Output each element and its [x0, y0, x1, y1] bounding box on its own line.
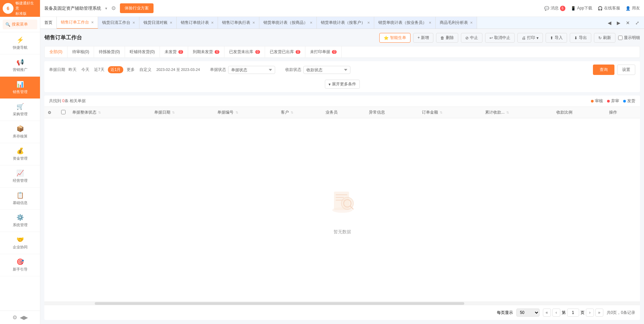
approve-action-button[interactable]: 审核	[591, 98, 603, 104]
message-button[interactable]: 💬 消息 6	[544, 5, 565, 11]
sidebar-item-guide[interactable]: 🎯 新手引导	[0, 254, 40, 276]
scrollbar-area	[44, 301, 640, 305]
shipped-out-badge: 0	[296, 50, 300, 54]
tab-daily-clear-label: 钱货日清工作台	[102, 20, 130, 26]
horizontal-scrollbar[interactable]	[95, 302, 464, 305]
print-button[interactable]: 🖨 打印 ▾	[517, 33, 543, 43]
tab-staff-stats-label: 销货单统计表（按业务员）	[378, 20, 427, 26]
sort-customer-icon[interactable]: ⇅	[291, 111, 293, 114]
sort-cumulative-icon[interactable]: ⇅	[506, 111, 509, 114]
tab-sales-close[interactable]: ✕	[91, 21, 94, 24]
sub-tab-shop-pending[interactable]: 旺铺待发货(0)	[125, 46, 160, 57]
tab-customer-stats-close[interactable]: ✕	[367, 21, 370, 25]
sub-tab-pending-inspect[interactable]: 待拣验货(0)	[94, 46, 125, 57]
sidebar-item-basics[interactable]: 📋 基础信息	[0, 188, 40, 210]
tab-product-stats-close[interactable]: ✕	[310, 21, 312, 25]
tab-sales-stats[interactable]: 销售订单统计表 ✕	[177, 17, 218, 29]
cancel-stop-button[interactable]: ↩ 取消中止	[485, 33, 515, 43]
settings-footer-button[interactable]: ⚙	[12, 314, 17, 321]
page-last-button[interactable]: »	[595, 309, 603, 317]
tab-margin-close[interactable]: ✕	[470, 21, 473, 25]
sidebar-item-collaboration[interactable]: 🤝 企业协同	[0, 232, 40, 254]
tab-order-exec-close[interactable]: ✕	[252, 21, 255, 25]
sort-status-icon[interactable]: ⇅	[98, 111, 101, 114]
ship-action-button[interactable]: 发货	[623, 98, 635, 104]
page-first-button[interactable]: «	[543, 309, 551, 317]
delete-button[interactable]: 🗑 删除	[436, 33, 458, 43]
expand-filter-button[interactable]: ▾ 展开更多条件	[325, 80, 360, 89]
sub-tab-all[interactable]: 全部(0)	[45, 46, 68, 57]
date-yesterday[interactable]: 昨天	[67, 66, 78, 73]
sub-tab-pending-review[interactable]: 待审核(0)	[68, 46, 94, 57]
filter-setting-button[interactable]: 设置	[617, 65, 635, 75]
export-button[interactable]: ⬇ 导出	[570, 33, 591, 43]
user-button[interactable]: 👤 用友	[626, 5, 640, 11]
collapse-footer-button[interactable]: ◀▶	[20, 314, 28, 321]
tab-daily-clear[interactable]: 钱货日清工作台 ✕	[98, 17, 139, 29]
show-detail-checkbox[interactable]	[618, 36, 622, 40]
payment-select[interactable]: 收款状态	[303, 66, 350, 74]
sub-tab-expired-ship[interactable]: 到期未发货 0	[188, 46, 224, 57]
tab-sales-stats-close[interactable]: ✕	[211, 21, 214, 25]
sort-date-icon[interactable]: ⇅	[172, 111, 175, 114]
page-prev-button[interactable]: ‹	[552, 309, 560, 317]
sub-tab-shipped-out[interactable]: 已发货已出库 0	[265, 46, 305, 57]
industry-button[interactable]: 体验行业方案	[120, 3, 154, 13]
tab-staff-stats-close[interactable]: ✕	[429, 21, 431, 25]
sidebar-item-marketing[interactable]: 📢 营销推广	[0, 54, 40, 77]
sidebar-item-quick-nav[interactable]: ⚡ 快捷导航	[0, 32, 40, 54]
sidebar-item-purchase[interactable]: 🛒 采购管理	[0, 99, 40, 121]
search-menu-button[interactable]: 🔍 搜索菜单	[3, 19, 37, 29]
tab-staff-stats[interactable]: 销货单统计表（按业务员） ✕	[374, 17, 436, 29]
date-range-text: 2023-02-24 至 2023-03-24	[156, 67, 200, 72]
tab-reconcile-close[interactable]: ✕	[170, 21, 172, 25]
date-more[interactable]: 更多	[125, 66, 136, 73]
smart-create-button[interactable]: ⭐ 智能生单	[379, 33, 411, 43]
import-button[interactable]: ⬆ 导入	[546, 33, 567, 43]
sidebar-item-operations[interactable]: 📈 经营管理	[0, 165, 40, 188]
config-icon[interactable]: ⚙	[48, 110, 51, 115]
date-custom[interactable]: 自定义	[138, 66, 153, 73]
online-support-button[interactable]: 🎧 在线客服	[598, 5, 620, 11]
sidebar-item-inventory[interactable]: 📦 库存核算	[0, 121, 40, 143]
tab-scroll-right-button[interactable]: ▶	[615, 20, 622, 26]
date-today[interactable]: 今天	[80, 66, 91, 73]
th-checkbox	[58, 107, 69, 118]
tab-home[interactable]: 首页	[40, 17, 57, 29]
tab-daily-clear-close[interactable]: ✕	[132, 21, 135, 25]
select-all-checkbox[interactable]	[61, 110, 66, 114]
page-size-select[interactable]: 20 50 100	[516, 309, 540, 317]
date-1month[interactable]: 近1月	[108, 66, 124, 73]
status-select[interactable]: 单据状态	[228, 66, 275, 74]
tab-reconcile[interactable]: 钱货日清对账 ✕	[139, 17, 177, 29]
sort-amount-icon[interactable]: ⇅	[440, 111, 442, 114]
sidebar-item-sales[interactable]: 📊 销售管理	[0, 77, 40, 99]
query-button[interactable]: 查询	[593, 65, 614, 75]
sidebar-item-finance[interactable]: 💰 资金管理	[0, 143, 40, 165]
sub-tab-not-shipped[interactable]: 未发货 0	[160, 46, 188, 57]
tab-product-stats[interactable]: 销货单统计表（按商品） ✕	[259, 17, 317, 29]
app-download-button[interactable]: 📱 App下载	[571, 5, 592, 11]
tab-order-exec[interactable]: 销售订单执行表 ✕	[218, 17, 259, 29]
date-7days[interactable]: 近7天	[93, 66, 106, 73]
sub-tab-shipped-no-stock[interactable]: 已发货未出库 0	[224, 46, 265, 57]
add-button[interactable]: + 新增	[413, 33, 433, 43]
sub-tab-not-printed[interactable]: 未打印单据 0	[305, 46, 342, 57]
tab-close-all-button[interactable]: ✕	[624, 20, 632, 26]
tab-sales-workbench[interactable]: 销售订单工作台 ✕	[57, 17, 98, 29]
tab-maximize-button[interactable]: ⤢	[633, 20, 641, 26]
tab-scroll-left-button[interactable]: ◀	[606, 20, 613, 26]
settings-button[interactable]: ⚙	[111, 5, 116, 11]
page-next-button[interactable]: ›	[586, 309, 594, 317]
user-icon: 👤	[626, 6, 631, 11]
tab-customer-stats[interactable]: 销货单统计表（按客户） ✕	[317, 17, 374, 29]
page-number-input[interactable]	[567, 309, 579, 317]
tab-home-label: 首页	[44, 20, 52, 26]
sidebar-item-system[interactable]: ⚙️ 系统管理	[0, 210, 40, 232]
sort-number-icon[interactable]: ⇅	[235, 111, 238, 114]
unapprove-action-button[interactable]: 弃审	[607, 98, 619, 104]
stop-button[interactable]: ⊘ 中止	[461, 33, 482, 43]
tab-margin-analysis[interactable]: 商品毛利分析表 ✕	[436, 17, 477, 29]
show-detail-label[interactable]: 显示明细	[618, 35, 640, 41]
refresh-button[interactable]: ↻ 刷新	[594, 33, 615, 43]
